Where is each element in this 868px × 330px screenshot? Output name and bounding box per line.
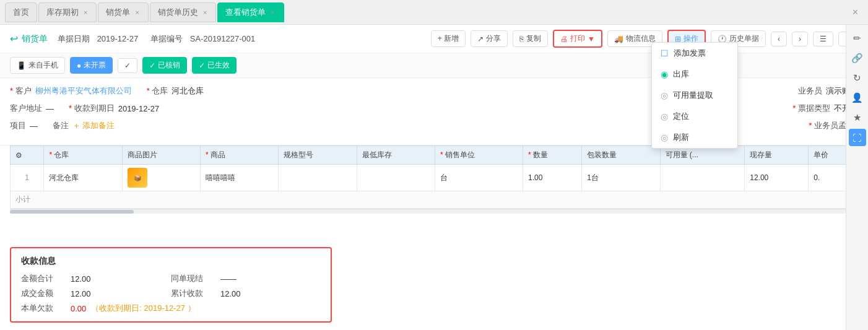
- row-available: [660, 165, 745, 191]
- sidebar-rotate-icon[interactable]: ↻: [849, 69, 866, 87]
- col-settings[interactable]: ⚙: [11, 146, 44, 165]
- table-row: 1 河北仓库 📦 嘻嘻嘻嘻 台 1.00 1台 12.00 0.: [11, 165, 858, 191]
- voided-button[interactable]: ✓ 已核销: [142, 57, 187, 74]
- product-image: 📦: [128, 168, 147, 188]
- transaction-row: 成交金额 12.00: [21, 288, 171, 299]
- payment-title: 收款信息: [21, 256, 321, 267]
- transaction-label: 成交金额: [21, 288, 66, 299]
- not-open-button[interactable]: ● 未开票: [70, 57, 113, 74]
- next-button[interactable]: ›: [792, 32, 808, 46]
- tab-close-sales-history[interactable]: ×: [202, 9, 208, 16]
- window-close-button[interactable]: ×: [848, 4, 863, 20]
- share-button[interactable]: ↗ 分享: [471, 30, 508, 47]
- add-invoice-item[interactable]: ☐ 添加发票: [652, 43, 737, 64]
- doc-meta: 单据日期 2019-12-27 单据编号 SA-20191227-001: [58, 33, 255, 45]
- sidebar-user-icon[interactable]: 👤: [849, 89, 866, 106]
- tab-close-sales-order[interactable]: ×: [134, 9, 140, 16]
- new-button[interactable]: + 新增: [431, 30, 466, 47]
- customer-value[interactable]: 柳州粤港平安气体有限公司: [35, 85, 132, 97]
- share-icon: ↗: [477, 35, 484, 43]
- project-field: 项目 —: [10, 120, 38, 131]
- plus-icon: ＋: [72, 120, 80, 131]
- list-view-button[interactable]: ☰: [813, 32, 833, 46]
- refresh-item[interactable]: ◎ 刷新: [652, 127, 737, 148]
- horizontal-scrollbar[interactable]: [10, 209, 858, 214]
- same-order-row: 同单现结 ——: [171, 273, 321, 284]
- sidebar-edit-icon[interactable]: ✏: [849, 30, 866, 47]
- check-circle-icon: ✓: [149, 61, 155, 70]
- customer-field: 客户 柳州粤港平安气体有限公司: [10, 85, 132, 97]
- same-order-value: ——: [220, 274, 237, 284]
- sidebar-link-icon[interactable]: 🔗: [849, 50, 866, 67]
- prev-button[interactable]: ‹: [771, 32, 787, 46]
- tab-close-inventory[interactable]: ×: [82, 9, 89, 16]
- salesperson-label: 业务员孟: [809, 120, 846, 131]
- owe-row: 本单欠款 0.00 （收款到期日: 2019-12-27 ）: [21, 303, 321, 314]
- truck-icon: 🚚: [614, 35, 623, 43]
- operations-dropdown: ☐ 添加发票 ◉ 出库 ◎ 可用量提取 ◎ 定位 ◎ 刷新: [651, 42, 738, 149]
- print-icon: 🖨: [560, 35, 568, 43]
- tab-home[interactable]: 首页: [5, 2, 37, 22]
- owe-value: 0.00: [71, 304, 86, 313]
- row-current-stock: 12.00: [745, 165, 809, 191]
- from-phone-button[interactable]: 📱 来自手机: [10, 57, 65, 74]
- check-icon: ✓: [124, 61, 131, 70]
- due-date-label: 收款到期日: [69, 103, 115, 114]
- amount-total-value: 12.00: [71, 274, 91, 284]
- copy-button[interactable]: ⎘ 复制: [513, 30, 548, 47]
- doc-icon: ↩: [10, 33, 18, 45]
- copy-icon: ⎘: [519, 35, 524, 43]
- project-value: —: [30, 121, 38, 131]
- subtotal-row: 小计: [11, 191, 858, 209]
- same-order-label: 同单现结: [171, 273, 215, 284]
- tab-view-sales[interactable]: 查看销货单 ×: [217, 2, 284, 22]
- tab-sales-order[interactable]: 销货单 ×: [98, 2, 148, 22]
- staff-label: 业务员: [798, 85, 822, 97]
- payment-section: 收款信息 金额合计 12.00 同单现结 —— 成交金额 12.00 累计收款 …: [10, 247, 332, 323]
- doc-title-text: 销货单: [22, 33, 48, 45]
- transaction-value: 12.00: [71, 289, 91, 298]
- col-min-stock: 最低库存: [357, 146, 435, 165]
- available-qty-item[interactable]: ◎ 可用量提取: [652, 85, 737, 106]
- right-sidebar: ✏ 🔗 ↻ 👤 ★ ⛶: [846, 25, 868, 330]
- print-button[interactable]: 🖨 打印 ▼: [553, 30, 602, 48]
- tab-close-view-sales[interactable]: ×: [269, 9, 276, 16]
- phone-icon: 📱: [17, 61, 26, 70]
- sidebar-star-icon[interactable]: ★: [849, 109, 866, 126]
- address-field: 客户地址 —: [10, 103, 54, 114]
- items-table: ⚙ 仓库 商品图片 商品 规格型号 最低库存 销售单位 数量 包装数量 可用量 …: [10, 145, 858, 209]
- outbound-icon: ◉: [661, 69, 668, 79]
- doc-date-label: 单据日期 2019-12-27: [58, 33, 138, 45]
- customer-label: 客户: [10, 85, 32, 97]
- amount-total-label: 金额合计: [21, 273, 66, 284]
- locate-item[interactable]: ◎ 定位: [652, 106, 737, 127]
- col-available: 可用量 (...: [660, 146, 745, 165]
- col-quantity: 数量: [523, 146, 581, 165]
- effective-button[interactable]: ✓ 已生效: [192, 57, 237, 74]
- doc-date-value: 2019-12-27: [97, 34, 139, 43]
- available-icon: ◎: [661, 90, 668, 100]
- note-field: 备注 ＋ 添加备注: [53, 120, 115, 131]
- cumulative-label: 累计收款: [171, 288, 215, 299]
- row-warehouse: 河北仓库: [44, 165, 122, 191]
- tab-inventory[interactable]: 库存期初 ×: [38, 2, 97, 22]
- cumulative-value: 12.00: [220, 289, 241, 298]
- due-date-value: 2019-12-27: [118, 104, 160, 113]
- circle-icon: ●: [77, 61, 81, 70]
- row-number: 1: [11, 165, 44, 191]
- owe-label: 本单欠款: [21, 303, 66, 314]
- subtotal-label: 小计: [11, 191, 858, 209]
- address-value: —: [46, 104, 54, 113]
- due-date-field: 收款到期日 2019-12-27: [69, 103, 159, 114]
- row-quantity: 1.00: [523, 165, 581, 191]
- add-note-button[interactable]: ＋ 添加备注: [72, 120, 115, 131]
- tab-sales-history[interactable]: 销货单历史 ×: [150, 2, 216, 22]
- outbound-item[interactable]: ◉ 出库: [652, 64, 737, 85]
- scroll-thumb: [10, 210, 134, 214]
- table-header-row: ⚙ 仓库 商品图片 商品 规格型号 最低库存 销售单位 数量 包装数量 可用量 …: [11, 146, 858, 165]
- sidebar-expand-icon[interactable]: ⛶: [849, 129, 866, 146]
- col-current-stock: 现存量: [745, 146, 809, 165]
- check-button[interactable]: ✓: [118, 58, 137, 73]
- payment-grid: 金额合计 12.00 同单现结 —— 成交金额 12.00 累计收款 12.00…: [21, 273, 321, 314]
- col-product: 商品: [201, 146, 279, 165]
